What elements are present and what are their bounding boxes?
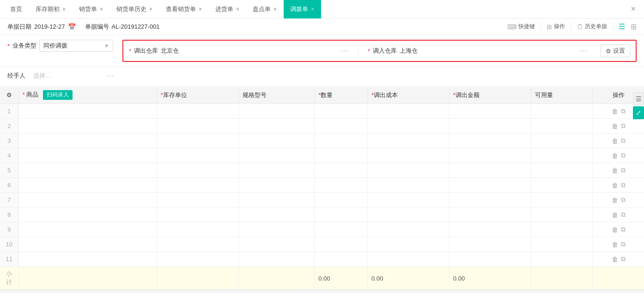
cell-cost[interactable]: [368, 252, 450, 267]
delete-icon[interactable]: 🗑: [612, 137, 618, 145]
cell-amount[interactable]: [449, 104, 531, 119]
business-type-select[interactable]: 同价调拨 ▼: [39, 40, 113, 52]
cell-unit[interactable]: [157, 134, 238, 148]
cell-amount[interactable]: [449, 148, 531, 163]
history-btn[interactable]: 🗒 历史单据: [577, 23, 607, 31]
cell-spec[interactable]: [238, 104, 315, 119]
cell-cost[interactable]: [368, 237, 450, 252]
tab-view-sales[interactable]: 查看销货单 ×: [159, 0, 209, 18]
cell-amount[interactable]: [449, 178, 531, 193]
grid-toggle-grid[interactable]: ⊞: [631, 22, 637, 31]
cell-amount[interactable]: [449, 208, 531, 222]
cell-unit[interactable]: [157, 208, 238, 222]
cell-product[interactable]: [18, 148, 157, 163]
cell-cost[interactable]: [368, 148, 450, 163]
cell-unit[interactable]: [157, 104, 238, 119]
cell-unit[interactable]: [157, 193, 238, 208]
col-settings[interactable]: ⚙: [0, 86, 18, 104]
delete-icon[interactable]: 🗑: [612, 108, 618, 115]
grid-toggle-list[interactable]: ☰: [619, 22, 625, 31]
cell-qty[interactable]: [315, 104, 368, 119]
cell-qty[interactable]: [315, 134, 368, 148]
warehouse-out-more[interactable]: ···: [341, 47, 349, 55]
copy-icon[interactable]: ⧉: [621, 152, 626, 159]
cell-cost[interactable]: [368, 193, 450, 208]
delete-icon[interactable]: 🗑: [612, 182, 618, 189]
cell-product[interactable]: [18, 222, 157, 237]
cell-cost[interactable]: [368, 163, 450, 178]
person-more[interactable]: ···: [107, 72, 114, 80]
cell-amount[interactable]: [449, 163, 531, 178]
scan-button[interactable]: 扫码录入: [43, 90, 73, 100]
delete-icon[interactable]: 🗑: [612, 211, 618, 219]
delete-icon[interactable]: 🗑: [612, 226, 618, 233]
cell-qty[interactable]: [315, 237, 368, 252]
tab-close-purchase[interactable]: ×: [236, 6, 239, 12]
cell-available[interactable]: [531, 134, 593, 148]
tab-inventory-init[interactable]: 库存期初 ×: [29, 0, 73, 18]
copy-icon[interactable]: ⧉: [621, 122, 626, 130]
operation-btn[interactable]: ⊞ 操作: [547, 23, 565, 31]
cell-unit[interactable]: [157, 119, 238, 134]
cell-qty[interactable]: [315, 193, 368, 208]
cell-spec[interactable]: [238, 119, 315, 134]
cell-qty[interactable]: [315, 119, 368, 134]
cell-product[interactable]: [18, 252, 157, 267]
cell-available[interactable]: [531, 148, 593, 163]
cell-available[interactable]: [531, 252, 593, 267]
cell-unit[interactable]: [157, 148, 238, 163]
cell-unit[interactable]: [157, 252, 238, 267]
cell-available[interactable]: [531, 163, 593, 178]
cell-spec[interactable]: [238, 134, 315, 148]
cell-spec[interactable]: [238, 148, 315, 163]
cell-qty[interactable]: [315, 208, 368, 222]
cell-qty[interactable]: [315, 148, 368, 163]
tab-close-view-sales[interactable]: ×: [199, 6, 202, 12]
tab-transfer[interactable]: 调拨单 ×: [284, 0, 321, 18]
cell-qty[interactable]: [315, 178, 368, 193]
delete-icon[interactable]: 🗑: [612, 241, 618, 248]
copy-icon[interactable]: ⧉: [621, 196, 626, 204]
right-btn-list[interactable]: ☰: [633, 92, 644, 105]
cell-spec[interactable]: [238, 163, 315, 178]
tab-purchase[interactable]: 进货单 ×: [209, 0, 246, 18]
cell-spec[interactable]: [238, 178, 315, 193]
cell-product[interactable]: [18, 104, 157, 119]
cell-product[interactable]: [18, 134, 157, 148]
cell-product[interactable]: [18, 178, 157, 193]
cell-cost[interactable]: [368, 222, 450, 237]
cell-cost[interactable]: [368, 134, 450, 148]
cell-qty[interactable]: [315, 222, 368, 237]
cell-product[interactable]: [18, 237, 157, 252]
delete-icon[interactable]: 🗑: [612, 196, 618, 204]
cell-unit[interactable]: [157, 178, 238, 193]
shortcut-btn[interactable]: ⌨ 快捷键: [507, 23, 535, 31]
cell-available[interactable]: [531, 178, 593, 193]
cell-available[interactable]: [531, 104, 593, 119]
cell-unit[interactable]: [157, 163, 238, 178]
delete-icon[interactable]: 🗑: [612, 256, 618, 263]
copy-icon[interactable]: ⧉: [621, 181, 626, 189]
cell-spec[interactable]: [238, 222, 315, 237]
cell-spec[interactable]: [238, 237, 315, 252]
tab-sales-history[interactable]: 销货单历史 ×: [110, 0, 159, 18]
cell-spec[interactable]: [238, 193, 315, 208]
cell-available[interactable]: [531, 208, 593, 222]
cell-cost[interactable]: [368, 104, 450, 119]
copy-icon[interactable]: ⧉: [621, 255, 626, 263]
cell-qty[interactable]: [315, 163, 368, 178]
scrollbar[interactable]: [0, 289, 644, 293]
tab-sales-order[interactable]: 销货单 ×: [73, 0, 110, 18]
cell-product[interactable]: [18, 193, 157, 208]
warehouse-in-more[interactable]: ···: [580, 47, 588, 55]
tab-close-transfer[interactable]: ×: [311, 6, 314, 12]
cell-spec[interactable]: [238, 208, 315, 222]
global-close-button[interactable]: ×: [626, 4, 640, 14]
tab-close-sales-history[interactable]: ×: [149, 6, 152, 12]
cell-unit[interactable]: [157, 222, 238, 237]
copy-icon[interactable]: ⧉: [621, 107, 626, 115]
cell-available[interactable]: [531, 237, 593, 252]
person-select[interactable]: 选择...: [29, 70, 103, 82]
cell-product[interactable]: [18, 163, 157, 178]
cell-amount[interactable]: [449, 222, 531, 237]
